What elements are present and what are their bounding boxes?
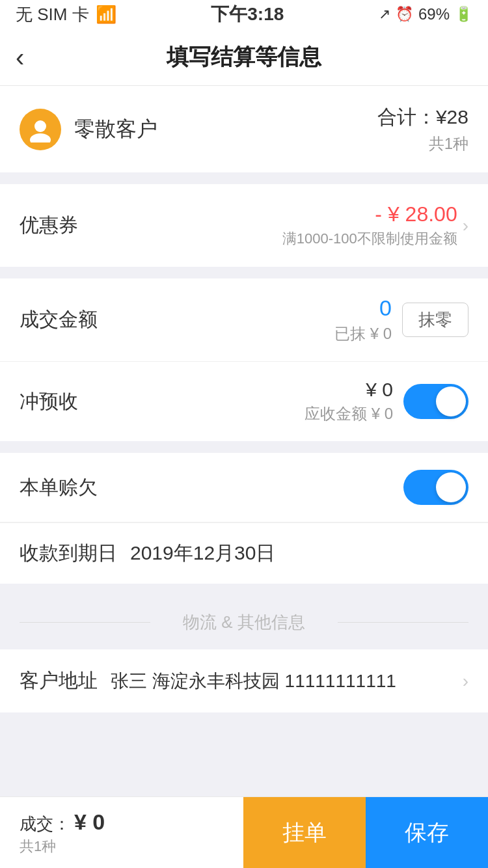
toggle-knob (436, 387, 466, 416)
customer-total: 合计：¥28 共1种 (377, 104, 468, 154)
coupon-section[interactable]: 优惠券 - ¥ 28.00 满1000-100不限制使用金额 › (0, 184, 488, 267)
bottom-summary: 成交： ¥ 0 共1种 (0, 809, 243, 856)
due-date-label: 收款到期日 (20, 540, 117, 567)
debt-toggle[interactable] (403, 470, 468, 505)
prepayment-label: 冲预收 (20, 388, 78, 415)
deal-label: 成交： (20, 813, 70, 835)
page-title: 填写结算等信息 (167, 42, 321, 72)
transaction-sub: 已抹 ¥ 0 (334, 323, 392, 344)
customer-name: 零散客户 (74, 115, 157, 144)
coupon-label: 优惠券 (20, 212, 78, 239)
status-time: 下午3:18 (211, 2, 284, 27)
prepayment-sub: 应收金额 ¥ 0 (305, 403, 393, 424)
debt-row: 本单赊欠 (0, 453, 488, 522)
coupon-amount: - ¥ 28.00 (282, 202, 457, 226)
logistics-divider: 物流 & 其他信息 (0, 595, 488, 649)
prepayment-row: 冲预收 ¥ 0 应收金额 ¥ 0 (0, 362, 488, 441)
debt-label: 本单赊欠 (20, 474, 98, 501)
transaction-right: 0 已抹 ¥ 0 抹零 (334, 295, 468, 344)
battery-text: 69% (418, 5, 450, 23)
prepayment-amount: ¥ 0 (305, 379, 393, 401)
customer-section: 零散客户 合计：¥28 共1种 (0, 86, 488, 172)
coupon-desc: 满1000-100不限制使用金额 (282, 229, 457, 249)
divider-line-left (20, 622, 150, 623)
address-value: 张三 海淀永丰科技园 11111111111 (111, 669, 463, 694)
debt-right (403, 470, 468, 505)
deal-amount: ¥ 0 (74, 809, 105, 835)
avatar (20, 109, 61, 150)
deal-row: 成交： ¥ 0 (20, 809, 224, 835)
save-button[interactable]: 保存 (366, 797, 488, 869)
prepayment-right: ¥ 0 应收金额 ¥ 0 (305, 379, 468, 424)
total-price: 合计：¥28 (377, 104, 468, 131)
total-count: 共1种 (377, 133, 468, 154)
status-bar: 无 SIM 卡 📶 下午3:18 ↗ ⏰ 69% 🔋 (0, 0, 488, 29)
prepayment-value-col: ¥ 0 应收金额 ¥ 0 (305, 379, 393, 424)
address-chevron-icon: › (463, 671, 468, 692)
back-button[interactable]: ‹ (16, 44, 24, 70)
nav-bar: ‹ 填写结算等信息 (0, 29, 488, 86)
debt-toggle-knob (436, 472, 466, 502)
address-section[interactable]: 客户地址 张三 海淀永丰科技园 11111111111 › (0, 649, 488, 712)
logistics-label: 物流 & 其他信息 (183, 611, 305, 634)
customer-left: 零散客户 (20, 109, 157, 150)
address-label: 客户地址 (20, 668, 98, 694)
transaction-value-col: 0 已抹 ¥ 0 (334, 295, 392, 344)
chevron-right-icon: › (463, 215, 468, 236)
due-date-value: 2019年12月30日 (130, 540, 275, 567)
hang-button[interactable]: 挂单 (243, 797, 366, 869)
svg-point-0 (34, 120, 46, 132)
transaction-section: 成交金额 0 已抹 ¥ 0 抹零 冲预收 ¥ 0 应收金额 ¥ 0 (0, 278, 488, 441)
status-right: ↗ ⏰ 69% 🔋 (379, 5, 472, 23)
wifi-icon: 📶 (96, 5, 116, 25)
debt-section: 本单赊欠 收款到期日 2019年12月30日 (0, 453, 488, 584)
location-icon: ↗ (379, 6, 390, 23)
due-date-row: 收款到期日 2019年12月30日 (0, 522, 488, 584)
coupon-right: - ¥ 28.00 满1000-100不限制使用金额 › (282, 202, 468, 249)
status-left: 无 SIM 卡 📶 (16, 3, 116, 26)
bottom-bar: 成交： ¥ 0 共1种 挂单 保存 (0, 796, 488, 868)
svg-point-1 (30, 133, 51, 142)
alarm-icon: ⏰ (396, 6, 413, 23)
divider-line-right (338, 622, 468, 623)
transaction-value: 0 (379, 295, 392, 320)
round-button[interactable]: 抹零 (402, 303, 468, 337)
coupon-info: - ¥ 28.00 满1000-100不限制使用金额 (282, 202, 457, 249)
battery-icon: 🔋 (455, 6, 472, 23)
prepayment-toggle[interactable] (403, 384, 468, 419)
transaction-amount-row: 成交金额 0 已抹 ¥ 0 抹零 (0, 278, 488, 362)
deal-count: 共1种 (20, 837, 224, 856)
content: 零散客户 合计：¥28 共1种 优惠券 - ¥ 28.00 满1000-100不… (0, 86, 488, 791)
no-sim-text: 无 SIM 卡 (16, 3, 89, 26)
transaction-label: 成交金额 (20, 306, 98, 333)
